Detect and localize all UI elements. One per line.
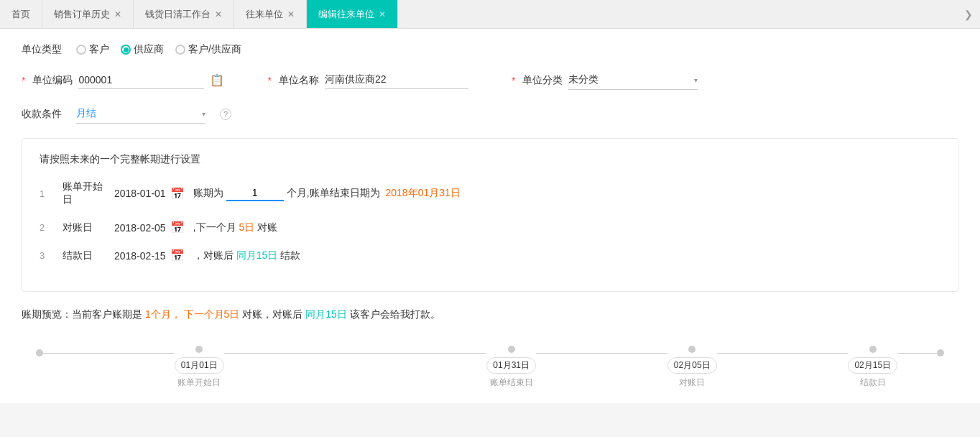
row-type-2: 对账日 <box>63 221 106 234</box>
tab-partners-label: 往来单位 <box>246 8 283 21</box>
timeline-container: 01月01日 账单开始日 01月31日 账单结束日 02月05日 对账日 <box>22 336 958 389</box>
suffix-pre-3: ，对账后 <box>193 249 234 262</box>
calendar-icon-1[interactable]: 📅 <box>170 187 185 201</box>
radio-both-circle <box>175 45 185 55</box>
timeline-point-3: 02月05日 对账日 <box>667 336 717 389</box>
tl-connector-4 <box>897 353 937 354</box>
tl-connector-2 <box>536 353 667 354</box>
classify-value: 未分类 <box>568 73 598 86</box>
required-star-classify: * <box>512 75 515 86</box>
radio-customer[interactable]: 客户 <box>76 43 109 56</box>
preview-middle: 对账，对账后 <box>242 308 302 320</box>
preview-prefix: 账期预览：当前客户账期是 <box>22 308 142 320</box>
tab-home[interactable]: 首页 <box>0 0 42 28</box>
preview-section: 账期预览：当前客户账期是 1个月， 下一个月5日 对账，对账后 同月15日 该客… <box>22 306 958 322</box>
code-input[interactable] <box>78 71 204 89</box>
row-type-1: 账单开始日 <box>63 180 106 206</box>
tl-label-4: 结款日 <box>860 377 886 389</box>
required-star-code: * <box>22 75 25 86</box>
end-date-1: 2018年01月31日 <box>386 187 461 200</box>
classify-field: * 单位分类 未分类 ▾ <box>512 70 698 90</box>
radio-both[interactable]: 客户/供应商 <box>175 43 241 56</box>
timeline-wrapper: 01月01日 账单开始日 01月31日 账单结束日 02月05日 对账日 <box>36 336 944 389</box>
radio-both-label: 客户/供应商 <box>188 43 241 56</box>
date-value-2: 2018-02-05 <box>114 222 166 234</box>
name-field: * 单位名称 <box>267 71 468 89</box>
copy-icon[interactable]: 📋 <box>210 73 224 87</box>
tl-label-3: 对账日 <box>679 377 705 389</box>
calendar-icon-2[interactable]: 📅 <box>170 221 185 234</box>
tl-connector-1 <box>224 353 487 354</box>
payment-dropdown[interactable]: 月结 ▾ <box>76 104 205 124</box>
payment-help[interactable]: ? <box>220 109 231 120</box>
settings-section: 请按照未来的一个完整帐期进行设置 1 账单开始日 2018-01-01 📅 账期… <box>22 138 958 292</box>
suffix-post-1: 个月,账单结束日期为 <box>287 187 380 200</box>
tab-cash-work-close[interactable]: ✕ <box>215 9 222 19</box>
unit-type-label: 单位类型 <box>22 43 62 56</box>
tab-cash-work[interactable]: 钱货日清工作台 ✕ <box>134 0 234 28</box>
preview-next: 下一个月5日 <box>184 308 240 320</box>
classify-dropdown[interactable]: 未分类 ▾ <box>568 70 698 90</box>
tab-home-label: 首页 <box>11 8 30 21</box>
tl-connector-3 <box>717 353 849 354</box>
date-field-2: 2018-02-05 📅 <box>114 221 185 234</box>
radio-supplier-label: 供应商 <box>134 43 164 56</box>
row-type-3: 结款日 <box>63 249 106 262</box>
suffix-post-2: 对账 <box>257 221 277 234</box>
tab-expand[interactable]: ❯ <box>957 0 980 28</box>
timeline-left-end <box>36 349 43 356</box>
highlight-2: 5日 <box>239 221 255 234</box>
tl-connector-0 <box>43 353 175 354</box>
tab-partners-close[interactable]: ✕ <box>287 9 295 19</box>
tab-edit-partner-label: 编辑往来单位 <box>318 8 374 21</box>
unit-type-row: 单位类型 客户 供应商 客户/供应商 <box>22 43 958 56</box>
preview-period: 1个月， <box>145 308 181 320</box>
row-num-3: 3 <box>40 250 54 261</box>
tab-partners[interactable]: 往来单位 ✕ <box>234 0 307 28</box>
payment-value: 月结 <box>76 107 199 120</box>
tl-dot-2 <box>508 346 515 353</box>
tl-date-2: 01月31日 <box>486 357 536 374</box>
radio-group: 客户 供应商 客户/供应商 <box>76 43 241 56</box>
tab-sales-history[interactable]: 销售订单历史 ✕ <box>42 0 134 28</box>
radio-customer-circle <box>76 45 86 55</box>
preview-suffix: 该客户会给我打款。 <box>350 308 440 320</box>
tab-edit-partner[interactable]: 编辑往来单位 ✕ <box>307 0 398 28</box>
period-input[interactable] <box>226 185 284 201</box>
required-star-name: * <box>267 75 271 86</box>
setting-row-3: 3 结款日 2018-02-15 📅 ，对账后 同月15日 结款 <box>40 249 940 262</box>
tl-dot-4 <box>869 346 877 353</box>
suffix-post-3: 结款 <box>280 249 300 262</box>
payment-label: 收款条件 <box>22 108 62 121</box>
date-value-3: 2018-02-15 <box>114 250 166 262</box>
code-field: * 单位编码 📋 <box>22 71 224 89</box>
payment-row: 收款条件 月结 ▾ ? <box>22 104 958 124</box>
section-title: 请按照未来的一个完整帐期进行设置 <box>40 153 940 166</box>
name-input[interactable] <box>325 71 468 89</box>
calendar-icon-3[interactable]: 📅 <box>170 249 185 262</box>
row-num-1: 1 <box>40 188 54 199</box>
payment-arrow: ▾ <box>202 110 205 118</box>
suffix-pre-1: 账期为 <box>193 187 223 200</box>
classify-arrow: ▾ <box>694 76 698 84</box>
tab-cash-work-label: 钱货日清工作台 <box>145 8 211 21</box>
tl-dot-3 <box>688 346 695 353</box>
tab-bar: 首页 销售订单历史 ✕ 钱货日清工作台 ✕ 往来单位 ✕ 编辑往来单位 ✕ ❯ <box>0 0 980 29</box>
timeline-right-end <box>937 349 944 356</box>
preview-settle: 同月15日 <box>305 308 347 320</box>
highlight-3: 同月15日 <box>236 249 278 262</box>
tl-date-3: 02月05日 <box>667 357 717 374</box>
radio-supplier[interactable]: 供应商 <box>121 43 164 56</box>
tab-sales-history-label: 销售订单历史 <box>54 8 110 21</box>
date-field-1: 2018-01-01 📅 <box>114 187 185 201</box>
suffix-pre-2: ,下一个月 <box>193 221 236 234</box>
main-content: 单位类型 客户 供应商 客户/供应商 * 单位编码 📋 * 单位名称 <box>0 29 980 403</box>
date-field-3: 2018-02-15 📅 <box>114 249 185 262</box>
radio-customer-label: 客户 <box>89 43 109 56</box>
tl-dot-1 <box>195 346 203 353</box>
classify-label: 单位分类 <box>522 74 563 87</box>
tl-label-1: 账单开始日 <box>177 377 221 389</box>
tab-sales-history-close[interactable]: ✕ <box>114 9 121 19</box>
tab-edit-partner-close[interactable]: ✕ <box>379 9 386 19</box>
row-num-2: 2 <box>40 222 54 233</box>
